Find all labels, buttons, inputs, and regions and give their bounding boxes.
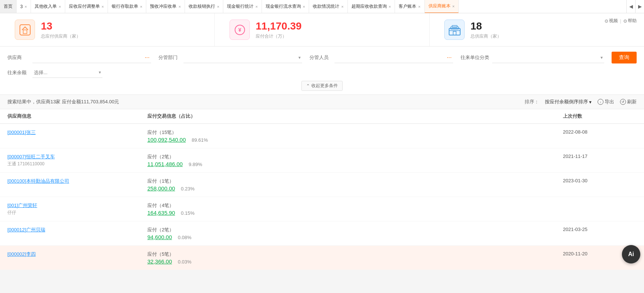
category-input[interactable] [492,52,599,63]
table-row: [000007]恒旺二手叉车 王通 17106110000 应付（2笔） 11,… [0,148,644,173]
nav-tab-home[interactable]: 首页 [0,0,17,13]
nav-tab-supplier-account-close[interactable]: × [452,4,455,8]
nav-tab-customer-account[interactable]: 客户账本 × [395,0,424,13]
payment-info-col: 应付（1笔） 258,000.00 0.23% [147,178,563,192]
payment-amount-link[interactable]: 32,366.00 [147,258,172,265]
ai-button-label: Ai [628,251,634,258]
nav-tab-collect-verify-label: 收款核销执行 [189,3,215,10]
table-header: 供应商信息 应付交易信息（占比） 上次付数 [0,109,644,124]
supplier-name-link[interactable]: [000012]广州贝瑞 [7,227,147,233]
collapse-button[interactable]: ⌃ 收起更多条件 [301,81,343,91]
nav-tab-advance-collect[interactable]: 预收冲应收单 × [146,0,185,13]
nav-scroll-arrows: ◀ ▶ [626,0,644,13]
collapse-row: ⌃ 收起更多条件 [7,81,637,91]
supplier-filter-label: 供应商 [7,54,29,61]
total-suppliers-text: 18 总供应商（家） [470,20,501,39]
nav-tab-cash-bank-stat-close[interactable]: × [255,4,258,9]
table-row: [001]广州荣轩 仔仔 应付（4笔） 164,635.90 0.15% [0,197,644,221]
sort-label: 排序： [525,99,539,105]
lastpay-col: 2022-08-08 [563,129,637,135]
nav-tab-collect-verify-close[interactable]: × [217,4,219,9]
supplier-name-link[interactable]: [001]广州荣轩 [7,202,147,209]
help-icon: ⊙ [623,18,627,24]
nav-tab-collect-verify[interactable]: 收款核销执行 × [185,0,223,13]
nav-arrow-left[interactable]: ◀ [626,0,635,13]
department-chevron-icon[interactable]: ▾ [297,55,302,60]
refresh-button[interactable]: ↺ 刷新 [620,99,637,105]
supplier-dots-icon[interactable]: ··· [143,54,151,61]
person-dots-icon[interactable]: ··· [445,54,453,61]
payable-amount-icon: ¥ [230,20,250,40]
result-summary-text: 搜索结果中，供应商13家 应付金额111,703,854.00元 [7,99,119,105]
supplier-input-container: ··· [32,52,151,63]
supplier-info-col: [000100]本特勤油品有限公司 [7,178,147,185]
filter-row-2: 往来余额 ▾ [7,67,637,78]
video-link[interactable]: 视频 [609,18,618,24]
collapse-chevron-up-icon: ⌃ [306,83,310,89]
ai-button[interactable]: Ai [622,245,640,263]
nav-tab-collect-stat[interactable]: 收款情况统计 × [309,0,347,13]
supplier-name-link[interactable]: [000001]张三 [7,129,147,136]
help-link[interactable]: 帮助 [628,18,637,24]
balance-input-container: ▾ [32,67,102,78]
nav-tab-bank-deposit-close[interactable]: × [140,4,142,9]
payable-amount-number: 11,170.39 [256,20,302,32]
lastpay-col: 2021-03-25 [563,227,637,232]
payment-pct: 89.61% [192,137,208,143]
export-button[interactable]: ↓ 导出 [598,99,614,105]
nav-arrow-right[interactable]: ▶ [635,0,644,13]
nav-tab-3[interactable]: 3 × [17,0,31,13]
nav-tab-cash-bank-flow[interactable]: 现金银行流水查询 × [262,0,309,13]
nav-tab-payable-adjust[interactable]: 应收应付调整单 × [65,0,108,13]
sort-select[interactable]: 按应付余额倒序排序 ▾ [545,99,592,105]
lastpay-date: 2022-08-08 [563,129,588,135]
payment-label: 应付（1笔） [147,178,563,185]
category-chevron-icon[interactable]: ▾ [599,55,604,60]
payment-row: 32,366.00 0.03% [147,258,563,265]
nav-tab-payable-adjust-close[interactable]: × [102,4,104,9]
balance-input[interactable] [32,67,97,77]
nav-tab-other-income-close[interactable]: × [59,4,61,9]
payment-amount-link[interactable]: 100,092,540.00 [147,137,186,143]
person-input[interactable] [335,52,445,63]
svg-rect-7 [453,31,456,35]
collapse-button-label: 收起更多条件 [311,83,338,89]
payment-amount-link[interactable]: 11,051,486.00 [147,161,183,167]
nav-tab-customer-account-close[interactable]: × [418,4,420,9]
top-navigation: 首页 3 × 其他收入单 × 应收应付调整单 × 银行存取款单 × 预收冲应收单… [0,0,644,13]
sort-value: 按应付余额倒序排序 [545,99,588,105]
supplier-name-link[interactable]: [000007]恒旺二手叉车 [7,154,147,160]
supplier-name-link[interactable]: [000002]李四 [7,251,147,258]
table-row: [000002]李四 应付（5笔） 32,366.00 0.03% 2020-1… [0,246,644,270]
balance-filter-label: 往来余额 [7,69,29,76]
supplier-sub-info: 王通 17106110000 [7,161,147,167]
nav-tab-collect-stat-close[interactable]: × [341,4,343,9]
payment-label: 应付（4笔） [147,202,563,209]
nav-tab-supplier-account[interactable]: 供应商账本 × [425,0,459,13]
nav-tab-cash-bank-flow-close[interactable]: × [303,4,305,9]
payment-amount-link[interactable]: 164,635.90 [147,210,175,216]
nav-tab-other-income[interactable]: 其他收入单 × [31,0,65,13]
nav-tab-cash-bank-stat[interactable]: 现金银行统计 × [223,0,262,13]
nav-tab-bank-deposit[interactable]: 银行存取款单 × [108,0,146,13]
nav-tab-advance-collect-label: 预收冲应收单 [150,3,176,10]
payment-pct: 0.08% [178,235,192,240]
query-button[interactable]: 查询 [612,52,637,63]
svg-rect-6 [452,25,457,27]
payable-suppliers-text: 13 总应付供应商（家） [41,20,81,39]
payment-amount-link[interactable]: 258,000.00 [147,185,175,192]
nav-tab-3-close[interactable]: × [25,4,27,9]
payment-row: 100,092,540.00 89.61% [147,136,563,143]
lastpay-date: 2020-11-20 [563,251,588,256]
nav-tab-overdue-collect[interactable]: 超期应收收款查询 × [348,0,395,13]
total-suppliers-icon [444,20,465,40]
balance-chevron-icon[interactable]: ▾ [97,70,102,75]
nav-tab-advance-collect-close[interactable]: × [178,4,181,9]
department-input[interactable] [183,52,297,63]
nav-tab-overdue-collect-close[interactable]: × [389,4,391,9]
payment-amount-link[interactable]: 94,600.00 [147,234,172,240]
supplier-name-link[interactable]: [000100]本特勤油品有限公司 [7,178,147,185]
supplier-input[interactable] [32,52,143,63]
filter-person: 分管人员 ··· [309,52,453,63]
table-row: [000100]本特勤油品有限公司 应付（1笔） 258,000.00 0.23… [0,173,644,197]
